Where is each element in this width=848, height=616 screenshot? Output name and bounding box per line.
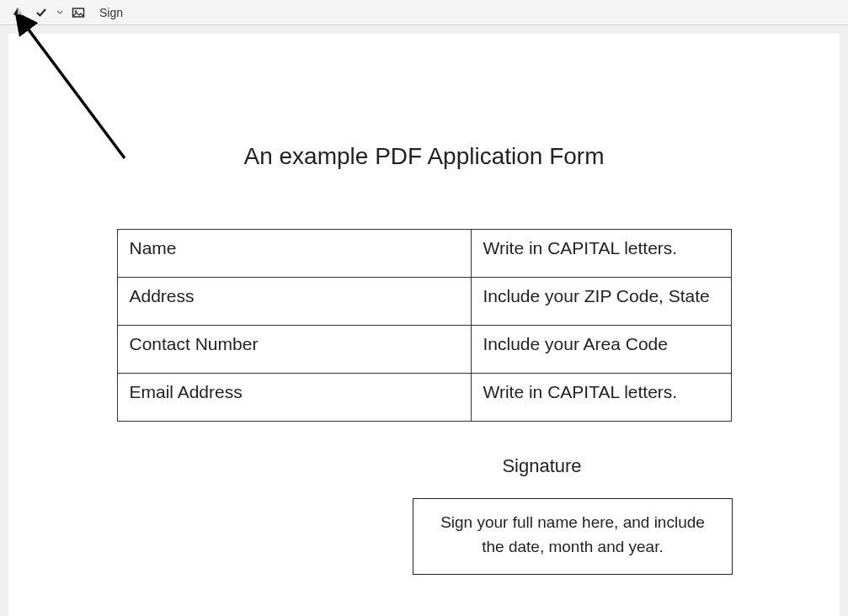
field-instruction: Write in CAPITAL letters. <box>471 374 731 422</box>
field-label: Contact Number <box>117 326 471 374</box>
field-label: Address <box>117 278 471 326</box>
table-row: Contact Number Include your Area Code <box>117 326 731 374</box>
field-label: Name <box>117 230 471 278</box>
signature-heading: Signature <box>244 455 840 477</box>
ink-tool-icon[interactable] <box>8 3 27 22</box>
page-title: An example PDF Application Form <box>8 143 840 170</box>
field-instruction: Include your Area Code <box>471 326 731 374</box>
sign-tool-label[interactable]: Sign <box>99 6 123 19</box>
checkmark-tool-icon[interactable] <box>32 3 51 22</box>
table-row: Email Address Write in CAPITAL letters. <box>117 374 731 422</box>
svg-rect-0 <box>73 8 84 17</box>
toolbar: Sign <box>0 0 848 25</box>
checkmark-dropdown-caret[interactable] <box>56 9 64 16</box>
table-row: Name Write in CAPITAL letters. <box>117 230 731 278</box>
document-page: An example PDF Application Form Name Wri… <box>8 34 840 616</box>
table-row: Address Include your ZIP Code, State <box>117 278 731 326</box>
form-table: Name Write in CAPITAL letters. Address I… <box>117 229 732 422</box>
field-label: Email Address <box>117 374 471 422</box>
signature-box: Sign your full name here, and include th… <box>413 498 733 575</box>
field-instruction: Include your ZIP Code, State <box>471 278 731 326</box>
field-instruction: Write in CAPITAL letters. <box>471 230 731 278</box>
image-tool-icon[interactable] <box>69 3 88 22</box>
